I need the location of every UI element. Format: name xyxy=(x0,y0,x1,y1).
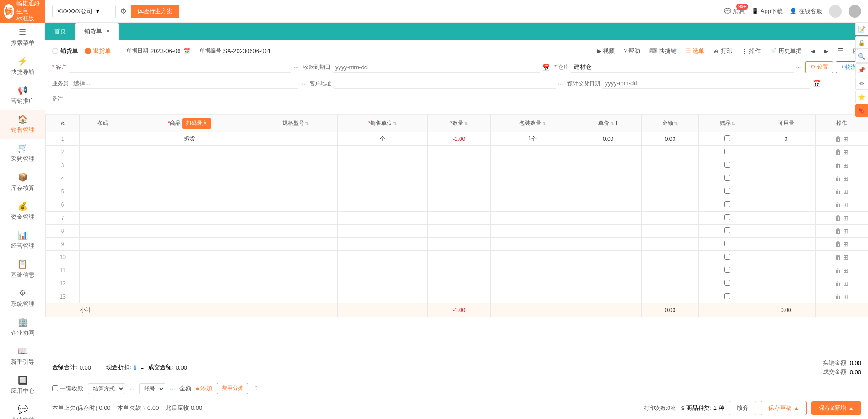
delete-row-icon[interactable]: 🗑 xyxy=(835,135,841,143)
row-pack-qty[interactable] xyxy=(490,212,575,225)
delete-row-icon[interactable]: 🗑 xyxy=(835,227,841,235)
sidebar-item-business[interactable]: 📊经营管理 xyxy=(0,226,45,255)
sidebar-item-search[interactable]: ☰搜索菜单 xyxy=(0,23,45,52)
row-unit[interactable] xyxy=(338,290,428,303)
copy-row-icon[interactable]: ⊞ xyxy=(843,254,849,261)
row-unit[interactable] xyxy=(338,146,428,159)
row-product[interactable] xyxy=(126,185,253,198)
row-pack-qty[interactable]: 1个 xyxy=(490,132,575,146)
row-qty[interactable] xyxy=(427,198,490,212)
row-qty[interactable] xyxy=(427,238,490,251)
row-product[interactable] xyxy=(126,198,253,212)
company-selector[interactable]: XXXXXX公司 ▼ xyxy=(52,5,116,18)
sales-radio[interactable]: 销货单 xyxy=(52,47,78,55)
sidebar-item-app-center[interactable]: 🔲应用中心 xyxy=(0,371,45,400)
trial-btn[interactable]: 体验行业方案 xyxy=(131,5,179,18)
copy-row-icon[interactable]: ⊞ xyxy=(843,175,849,182)
copy-row-icon[interactable]: ⊞ xyxy=(843,162,849,169)
row-unit[interactable]: 个 xyxy=(338,132,428,146)
customer-input[interactable] xyxy=(69,62,291,73)
row-qty[interactable] xyxy=(427,251,490,264)
delivery-date-input[interactable] xyxy=(602,78,810,89)
row-gift[interactable] xyxy=(699,159,756,172)
row-barcode[interactable] xyxy=(80,225,126,238)
row-spec[interactable] xyxy=(253,146,338,159)
settings-icon[interactable]: ⚙ xyxy=(120,7,126,15)
row-unit-price[interactable] xyxy=(575,185,641,198)
sidebar-item-basic-info[interactable]: 📋基础信息 xyxy=(0,255,45,284)
row-amount[interactable] xyxy=(641,251,698,264)
row-spec[interactable] xyxy=(253,238,338,251)
sidebar-item-guide[interactable]: 📖新手引导 xyxy=(0,342,45,371)
sidebar-item-sales-mgmt[interactable]: 🏠销售管理 xyxy=(0,110,45,139)
history-btn[interactable]: 📄 历史单据 xyxy=(767,46,805,57)
abandon-btn[interactable]: 放弃 xyxy=(729,401,756,415)
row-barcode[interactable] xyxy=(80,146,126,159)
row-gift[interactable] xyxy=(699,212,756,225)
salesperson-input[interactable] xyxy=(71,78,298,89)
fee-help-icon[interactable]: ? xyxy=(255,385,258,392)
row-unit[interactable] xyxy=(338,277,428,290)
row-barcode[interactable] xyxy=(80,290,126,303)
delete-row-icon[interactable]: 🗑 xyxy=(835,188,841,195)
copy-row-icon[interactable]: ⊞ xyxy=(843,135,849,143)
copy-row-icon[interactable]: ⊞ xyxy=(843,280,849,287)
row-product[interactable] xyxy=(126,264,253,277)
return-radio[interactable]: 退货单 xyxy=(85,47,111,55)
row-unit-price[interactable] xyxy=(575,264,641,277)
total-owe-help[interactable]: ? xyxy=(142,405,145,411)
avatar[interactable] xyxy=(829,5,842,18)
one-click-pay-checkbox[interactable] xyxy=(52,385,58,391)
row-amount[interactable] xyxy=(641,159,698,172)
row-unit[interactable] xyxy=(338,172,428,185)
row-unit[interactable] xyxy=(338,198,428,212)
warehouse-more-icon[interactable]: ··· xyxy=(796,64,801,71)
calendar-icon[interactable]: 📅 xyxy=(183,48,190,54)
row-unit[interactable] xyxy=(338,264,428,277)
row-barcode[interactable] xyxy=(80,185,126,198)
row-spec[interactable] xyxy=(253,172,338,185)
row-pack-qty[interactable] xyxy=(490,198,575,212)
sidebar-item-system[interactable]: ⚙系统管理 xyxy=(0,284,45,313)
sidebar-item-purchase-mgmt[interactable]: 🛒采购管理 xyxy=(0,139,45,168)
settings-btn[interactable]: ⚙ 设置 xyxy=(805,61,833,73)
tab-close-icon[interactable]: × xyxy=(107,28,110,34)
row-amount[interactable] xyxy=(641,146,698,159)
row-spec[interactable] xyxy=(253,264,338,277)
sidebar-item-marketing[interactable]: 📢营销推广 xyxy=(0,81,45,110)
row-gift[interactable] xyxy=(699,225,756,238)
tab-sales[interactable]: 销货单 × xyxy=(75,23,119,40)
row-unit-price[interactable] xyxy=(575,159,641,172)
avatar2[interactable] xyxy=(849,5,861,18)
row-gift[interactable] xyxy=(699,277,756,290)
row-amount[interactable] xyxy=(641,212,698,225)
row-product[interactable] xyxy=(126,238,253,251)
row-unit-price[interactable] xyxy=(575,290,641,303)
col-settings-header[interactable]: ⚙ xyxy=(46,115,80,132)
rp-icon7[interactable]: 🔖 xyxy=(855,104,868,117)
row-qty[interactable] xyxy=(427,290,490,303)
row-amount[interactable]: 0.00 xyxy=(641,132,698,146)
row-product[interactable] xyxy=(126,212,253,225)
row-qty[interactable] xyxy=(427,277,490,290)
help-btn[interactable]: ? 帮助 xyxy=(621,46,643,57)
addr-more-icon[interactable]: ··· xyxy=(558,80,563,87)
row-pack-qty[interactable] xyxy=(490,277,575,290)
row-product[interactable] xyxy=(126,277,253,290)
row-spec[interactable] xyxy=(253,277,338,290)
list-view-btn[interactable]: ☰ xyxy=(834,45,846,57)
row-pack-qty[interactable] xyxy=(490,159,575,172)
row-barcode[interactable] xyxy=(80,277,126,290)
row-gift[interactable] xyxy=(699,132,756,146)
save-new-btn[interactable]: 保存&新增 ▲ xyxy=(811,401,861,415)
row-spec[interactable] xyxy=(253,198,338,212)
copy-row-icon[interactable]: ⊞ xyxy=(843,214,849,222)
copy-row-icon[interactable]: ⊞ xyxy=(843,149,849,156)
rp-icon1[interactable]: 📝 xyxy=(855,23,868,35)
delete-row-icon[interactable]: 🗑 xyxy=(835,175,841,182)
shortcut-btn[interactable]: ⌨ 快捷键 xyxy=(646,46,679,57)
row-qty[interactable] xyxy=(427,212,490,225)
row-pack-qty[interactable] xyxy=(490,264,575,277)
next-btn[interactable]: ▶ xyxy=(821,47,831,56)
delete-row-icon[interactable]: 🗑 xyxy=(835,280,841,287)
